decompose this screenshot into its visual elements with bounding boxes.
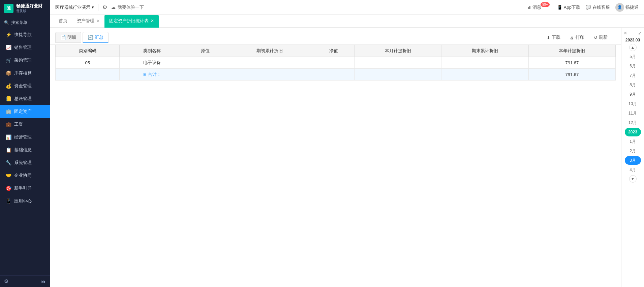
print-icon: 🖨 (570, 35, 574, 40)
sidebar-bottom: ⚙ ⏮ (0, 275, 50, 287)
sidebar-item-payroll[interactable]: 💼工资 (0, 118, 50, 131)
table-cell (313, 57, 355, 69)
month-item[interactable]: 9月 (625, 90, 641, 99)
collapse-icon[interactable]: ⏮ (41, 279, 46, 284)
table-total-cell (441, 69, 528, 81)
topbar-divider (98, 4, 98, 11)
month-item[interactable]: 12月 (625, 118, 641, 127)
table-body: 05电子设备791.67⊞合计：791.67 (56, 57, 616, 81)
sidebar-label: 固定资产 (14, 108, 32, 115)
purchase-icon: 🛒 (5, 57, 11, 63)
table-col-header: 本月计提折旧 (355, 45, 441, 57)
sidebar-item-guide[interactable]: 🎯新手引导 (0, 182, 50, 195)
app-download-button[interactable]: 📱 App下载 (557, 4, 580, 10)
app-center-icon: 📱 (5, 198, 11, 204)
experience-icon: ☁ (111, 5, 116, 10)
guide-icon: 🎯 (5, 185, 11, 191)
tab-home[interactable]: 首页 (54, 15, 72, 28)
download-label: 下载 (552, 34, 560, 40)
user-menu[interactable]: 👤 畅捷通 (615, 3, 639, 12)
search-menu[interactable]: 🔍 搜索菜单 (0, 17, 50, 28)
tab-asset-management[interactable]: 资产管理✕ (72, 15, 104, 28)
month-item[interactable]: 3月 (625, 156, 641, 165)
download-button[interactable]: ⬇ 下载 (544, 33, 563, 42)
tab-close-icon[interactable]: ✕ (96, 19, 100, 23)
depreciation-table: 类别编码类别名称原值期初累计折旧净值本月计提折旧期末累计折旧本年计提折旧 05电… (55, 45, 616, 81)
refresh-label: 刷新 (599, 34, 608, 40)
month-item[interactable]: 7月 (625, 71, 641, 80)
subtab-label: 明细 (67, 34, 76, 40)
table-col-header: 原值 (185, 45, 226, 57)
settings-button[interactable]: ⚙ (102, 4, 107, 10)
sidebar-item-basic-info[interactable]: 📋基础信息 (0, 144, 50, 156)
month-item[interactable]: 5月 (625, 52, 641, 61)
sidebar-item-inventory[interactable]: 📦库存核算 (0, 67, 50, 79)
right-panel-close-icon[interactable]: ✕ (623, 30, 627, 36)
sidebar-item-purchase[interactable]: 🛒采购管理 (0, 54, 50, 67)
table-wrapper: 类别编码类别名称原值期初累计折旧净值本月计提折旧期末累计折旧本年计提折旧 05电… (50, 45, 621, 287)
subtab-detail[interactable]: 📄明细 (55, 32, 81, 43)
sidebar-label: 系统管理 (14, 160, 32, 166)
sidebar-label: 经营管理 (14, 134, 32, 140)
print-button[interactable]: 🖨 打印 (567, 33, 587, 42)
topbar: 医疗器械行业演示 ▾ ⚙ ☁ 我要体验一下 🖥 消息 99+ 📱 App下载 💬 (50, 0, 644, 15)
month-item[interactable]: 8月 (625, 81, 641, 89)
app-title: 畅捷通好业财 (16, 3, 42, 9)
table-toolbar: ⬇ 下载 🖨 打印 ↺ 刷新 (539, 30, 616, 44)
table-cell (185, 57, 226, 69)
year-label[interactable]: 2023 (625, 128, 641, 136)
table-cell (226, 57, 313, 69)
fixed-assets-icon: 🏢 (5, 108, 11, 115)
experience-label: 我要体验一下 (118, 4, 144, 10)
table-total-cell (226, 69, 313, 81)
month-item[interactable]: 11月 (625, 109, 641, 118)
inventory-icon: 📦 (5, 70, 11, 76)
experience-button[interactable]: ☁ 我要体验一下 (111, 4, 144, 10)
sidebar-item-finance[interactable]: 💰资金管理 (0, 79, 50, 92)
online-service-button[interactable]: 💬 在线客服 (586, 4, 610, 10)
month-item[interactable]: 4月 (625, 165, 641, 174)
topbar-right: 🖥 消息 99+ 📱 App下载 💬 在线客服 👤 畅捷通 (527, 3, 639, 12)
app-title-block: 畅捷通好业财 普及版 (16, 3, 42, 13)
message-button[interactable]: 🖥 消息 99+ (527, 4, 552, 10)
sidebar: 通 畅捷通好业财 普及版 🔍 搜索菜单 ⚡快捷导航📈销售管理🛒采购管理📦库存核算… (0, 0, 50, 287)
month-item[interactable]: 1月 (625, 137, 641, 146)
settings-icon[interactable]: ⚙ (4, 278, 8, 284)
company-selector[interactable]: 医疗器械行业演示 ▾ (55, 4, 94, 10)
table-cell (355, 57, 441, 69)
sidebar-nav: ⚡快捷导航📈销售管理🛒采购管理📦库存核算💰资金管理📒总账管理🏢固定资产💼工资📊经… (0, 28, 50, 275)
date-prev-arrow[interactable]: ▲ (629, 44, 637, 51)
date-next-arrow[interactable]: ▼ (629, 175, 637, 183)
right-panel-expand-icon[interactable]: ⤢ (638, 30, 642, 36)
search-icon: 🔍 (4, 20, 9, 25)
sidebar-item-fixed-assets[interactable]: 🏢固定资产 (0, 105, 50, 118)
sidebar-item-app-center[interactable]: 📱应用中心 (0, 195, 50, 208)
sidebar-item-sales[interactable]: 📈销售管理 (0, 41, 50, 54)
subtab-summary[interactable]: 🔄汇总 (83, 32, 109, 43)
sidebar-item-operations[interactable]: 📊经营管理 (0, 131, 50, 144)
app-subtitle: 普及版 (16, 9, 42, 13)
ledger-icon: 📒 (5, 96, 11, 102)
month-item[interactable]: 2月 (625, 147, 641, 155)
company-name: 医疗器械行业演示 (55, 4, 90, 10)
right-panel-header: ✕ ⤢ (621, 29, 644, 37)
tab-close-icon[interactable]: ✕ (151, 19, 154, 23)
month-item[interactable]: 10月 (625, 99, 641, 108)
refresh-button[interactable]: ↺ 刷新 (591, 33, 610, 42)
sidebar-label: 应用中心 (14, 198, 32, 204)
sidebar-label: 工资 (14, 121, 23, 127)
app-download-label: App下载 (564, 4, 580, 10)
basic-info-icon: 📋 (5, 147, 11, 153)
total-icon: ⊞ (143, 72, 147, 77)
sidebar-item-system[interactable]: 🔧系统管理 (0, 156, 50, 169)
message-icon: 🖥 (527, 5, 531, 10)
sidebar-item-enterprise[interactable]: 🤝企业协同 (0, 169, 50, 182)
content-area: 📄明细🔄汇总 ⬇ 下载 🖨 打印 ↺ 刷新 (50, 28, 644, 287)
user-avatar: 👤 (615, 3, 624, 12)
sidebar-item-ledger[interactable]: 📒总账管理 (0, 92, 50, 105)
subtab-label: 汇总 (95, 34, 103, 40)
month-item[interactable]: 6月 (625, 62, 641, 70)
tab-depreciation-table[interactable]: 固定资产折旧统计表✕ (104, 15, 159, 28)
sidebar-item-quick-nav[interactable]: ⚡快捷导航 (0, 28, 50, 41)
table-cell: 791.67 (528, 57, 615, 69)
